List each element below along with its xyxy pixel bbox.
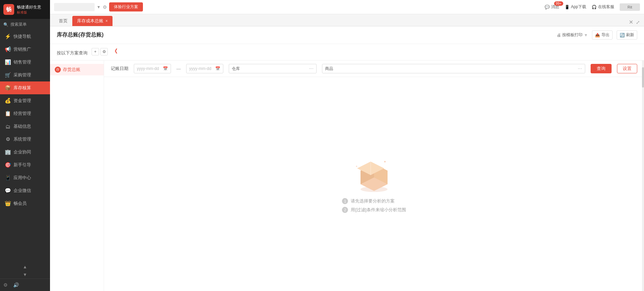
export-button[interactable]: 📤 导出: [592, 30, 613, 40]
refresh-icon: 🔄: [620, 33, 625, 38]
warehouse-select[interactable]: 仓库 ···: [229, 64, 317, 73]
newbie-icon: 🎯: [5, 162, 11, 168]
sidebar-item-system[interactable]: ⚙ 系统管理: [0, 133, 50, 146]
empty-state-area: ✦ ✦ 1 请先选择要分析的方案 2 用[过滤]条件来缩小分析范围: [104, 77, 644, 291]
sidebar-item-operation[interactable]: 📋 经营管理: [0, 107, 50, 120]
basic-icon: 🗂: [5, 124, 11, 129]
top-header: ▼ ⚙ 体验行业方案 💬 消息 99+ 📱 App下载 🎧 在线客服 Rit: [50, 0, 644, 14]
printer-icon: 🖨: [557, 33, 561, 38]
scheme-item-inventory[interactable]: 存 存货总账: [50, 64, 104, 75]
filter-settings-button[interactable]: ⚙: [100, 48, 108, 55]
header-gear-icon[interactable]: ⚙: [103, 4, 107, 10]
quick-nav-label: 快捷导航: [14, 33, 31, 40]
sidebar-item-inventory[interactable]: 📦 库存核算: [0, 81, 50, 94]
sidebar-footer: ⚙ 🔊: [0, 278, 50, 291]
date-end-input[interactable]: yyyy-mm-dd 📅: [186, 64, 223, 73]
print-button[interactable]: 🖨 按模板打印 ▼: [557, 32, 588, 38]
tab-close-icon[interactable]: ×: [105, 19, 108, 23]
main-content: ▼ ⚙ 体验行业方案 💬 消息 99+ 📱 App下载 🎧 在线客服 Rit: [50, 0, 644, 291]
messages-item[interactable]: 💬 消息 99+: [545, 4, 559, 10]
logo-icon: 畅: [3, 4, 14, 15]
online-service-item[interactable]: 🎧 在线客服: [592, 4, 614, 10]
corp-label: 企业协同: [14, 149, 31, 155]
wechat-label: 企业微信: [14, 188, 31, 194]
date-separator: —: [176, 66, 181, 71]
settings-button[interactable]: 设置: [617, 64, 637, 73]
speaker-footer-icon[interactable]: 🔊: [13, 282, 19, 288]
scheme-item-label: 存货总账: [63, 67, 80, 73]
search-icon: 🔍: [3, 22, 8, 27]
trial-industry-button[interactable]: 体验行业方案: [109, 2, 143, 11]
sidebar-scroll-up[interactable]: ▲: [0, 263, 50, 271]
sidebar-item-purchase[interactable]: 🛒 采购管理: [0, 69, 50, 81]
refresh-label: 刷新: [626, 32, 634, 38]
sidebar-item-basic[interactable]: 🗂 基础信息: [0, 120, 50, 133]
refresh-button[interactable]: 🔄 刷新: [617, 30, 637, 40]
product-more-icon[interactable]: ···: [578, 66, 582, 71]
right-scrollbar[interactable]: [642, 60, 644, 291]
product-label: 商品: [325, 66, 333, 72]
app-name: 畅捷通好生意: [17, 4, 41, 10]
sidebar-item-marketing[interactable]: 📢 营销推广: [0, 43, 50, 56]
expand-panel-button[interactable]: ⤢: [636, 20, 640, 25]
sidebar-item-sales[interactable]: 📊 销售管理: [0, 56, 50, 69]
calendar-start-icon[interactable]: 📅: [163, 66, 168, 71]
scheme-icon: 存: [55, 67, 61, 73]
app-download-item[interactable]: 📱 App下载: [565, 4, 586, 10]
export-label: 导出: [601, 32, 610, 38]
right-area: 记账日期 yyyy-mm-dd 📅 — yyyy-mm-dd 📅 仓库 ···: [104, 60, 644, 291]
scrollbar-thumb: [642, 67, 644, 88]
system-label: 系统管理: [14, 136, 31, 142]
operation-label: 经营管理: [14, 111, 31, 117]
sidebar-scroll-down[interactable]: ▼: [0, 271, 50, 278]
filter-add-button[interactable]: +: [92, 48, 99, 55]
search-menu[interactable]: 🔍 搜索菜单: [0, 19, 50, 30]
empty-hints: 1 请先选择要分析的方案 2 用[过滤]条件来缩小分析范围: [342, 198, 406, 213]
calendar-end-icon[interactable]: 📅: [215, 66, 220, 71]
export-icon: 📤: [595, 33, 600, 38]
wechat-icon: 💬: [5, 188, 11, 194]
sidebar-item-newbie[interactable]: 🎯 新手引导: [0, 159, 50, 171]
left-panel: 存 存货总账: [50, 60, 104, 291]
member-label: 畅会员: [14, 200, 27, 207]
sidebar-item-wechat[interactable]: 💬 企业微信: [0, 184, 50, 197]
header-dropdown-btn[interactable]: ▼: [97, 5, 101, 9]
logo-text-area: 畅捷通好生意 标准版: [17, 4, 41, 15]
print-dropdown-icon[interactable]: ▼: [584, 33, 588, 38]
sidebar-item-quick-nav[interactable]: ⚡ 快捷导航: [0, 30, 50, 43]
page-header: 库存总账(存货总账) 🖨 按模板打印 ▼ 📤 导出 🔄 刷新: [50, 26, 644, 44]
headset-icon: 🎧: [592, 5, 597, 9]
operation-icon: 📋: [5, 111, 11, 117]
finance-icon: 💰: [5, 98, 11, 104]
hint-num-2: 2: [342, 207, 348, 213]
sidebar: 畅 畅捷通好生意 标准版 🔍 搜索菜单 ⚡ 快捷导航 📢 营销推广 📊 销售管理…: [0, 0, 50, 291]
sidebar-item-finance[interactable]: 💰 资金管理: [0, 94, 50, 107]
warehouse-label: 仓库: [232, 66, 240, 72]
warehouse-more-icon[interactable]: ···: [309, 66, 314, 71]
inventory-icon: 📦: [5, 85, 11, 91]
app-download-label: App下载: [571, 4, 586, 10]
online-service-label: 在线客服: [598, 4, 614, 10]
query-button[interactable]: 查询: [591, 64, 612, 73]
tab-home-label: 首页: [59, 18, 68, 24]
header-breadcrumb-placeholder: [54, 3, 95, 11]
filter-collapse-button[interactable]: 《: [112, 48, 117, 55]
sidebar-item-member[interactable]: 👑 畅会员: [0, 197, 50, 210]
tab-home[interactable]: 首页: [54, 16, 72, 26]
date-end-placeholder: yyyy-mm-dd: [189, 66, 211, 71]
settings-footer-icon[interactable]: ⚙: [3, 282, 8, 288]
page-title: 库存总账(存货总账): [57, 31, 104, 39]
member-icon: 👑: [5, 200, 11, 207]
marketing-label: 营销推广: [14, 46, 31, 52]
purchase-icon: 🛒: [5, 72, 11, 78]
message-icon: 💬: [545, 5, 550, 9]
sidebar-item-corp[interactable]: 🏢 企业协同: [0, 146, 50, 159]
close-panel-button[interactable]: ✕: [629, 19, 633, 25]
product-select[interactable]: 商品 ···: [322, 64, 585, 73]
date-start-input[interactable]: yyyy-mm-dd 📅: [134, 64, 171, 73]
header-nav-area: ▼ ⚙ 体验行业方案: [54, 2, 542, 11]
user-avatar[interactable]: Rit: [620, 3, 640, 11]
tab-inventory-ledger[interactable]: 库存成本总账 ×: [72, 16, 113, 26]
sidebar-item-appcenter[interactable]: 📱 应用中心: [0, 171, 50, 184]
app-badge: 标准版: [17, 10, 41, 15]
